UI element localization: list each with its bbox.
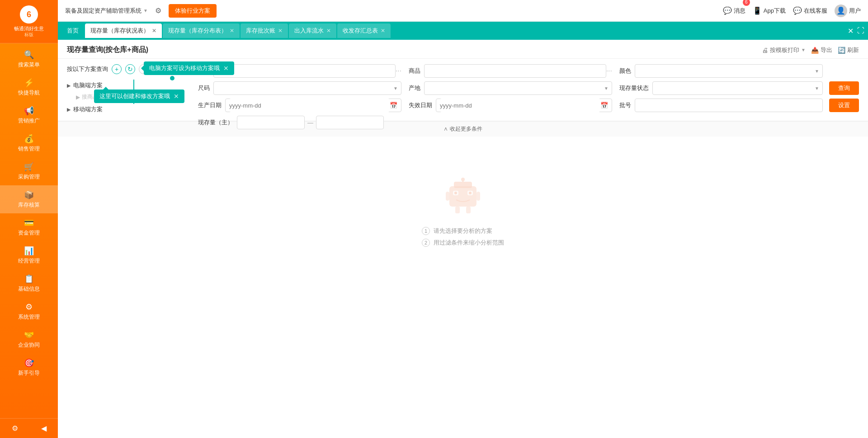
stock-status-select-wrapper: ▼ (652, 81, 823, 95)
sidebar-item-purchase-label: 采购管理 (18, 173, 40, 181)
warehouse-select[interactable] (213, 64, 396, 78)
origin-label: 产地 (409, 84, 420, 92)
tab-expand-icon[interactable]: ⛶ (857, 27, 864, 35)
product-label: 商品 (409, 67, 420, 75)
step-2-text: 用过滤条件来缩小分析范围 (434, 239, 504, 247)
sidebar-item-finance[interactable]: 💳 资金管理 (0, 213, 58, 241)
stock-quantity-min-input[interactable] (237, 116, 305, 129)
system-title-dropdown[interactable]: 装备及固定资产辅助管理系统 ▼ (65, 7, 148, 15)
tab-inventory-distribution-close-icon[interactable]: ✕ (230, 28, 234, 34)
user-action[interactable]: 👤 用户 (835, 5, 861, 17)
svg-rect-1 (454, 182, 472, 188)
sidebar-settings-button[interactable]: ⚙ (10, 422, 20, 434)
expiry-date-input[interactable] (440, 99, 600, 112)
tab-in-out-flow-close-icon[interactable]: ✕ (326, 28, 331, 34)
filter-fields-area: 仓库 ··· 商品 ··· (198, 64, 823, 133)
filter-expiry-date: 失效日期 📅 (409, 99, 612, 112)
filter-add-button[interactable]: + (112, 64, 122, 74)
sidebar-item-basic-info[interactable]: 📋 基础信息 (0, 269, 58, 297)
sidebar-item-inventory[interactable]: 📦 库存核算 (0, 185, 58, 213)
experience-button[interactable]: 体验行业方案 (169, 4, 217, 18)
search-reset-group: 查询 设置 (829, 81, 859, 112)
app-download-action[interactable]: 📱 App下载 (753, 6, 786, 15)
sidebar-item-search-menu[interactable]: 🔍 搜索菜单 (0, 45, 58, 73)
sidebar-item-operations[interactable]: 📊 经营管理 (0, 241, 58, 269)
production-date-input[interactable] (229, 99, 390, 112)
tab-receive-send-summary[interactable]: 收发存汇总表 ✕ (337, 24, 391, 38)
sidebar-item-purchase[interactable]: 🛒 采购管理 (0, 157, 58, 185)
sidebar-collapse-button[interactable]: ◀ (39, 422, 48, 434)
user-label: 用户 (849, 7, 861, 15)
mobile-plan-arrow-icon: ▶ (67, 107, 71, 113)
tab-receive-send-summary-close-icon[interactable]: ✕ (381, 28, 385, 34)
export-icon: 📤 (811, 47, 819, 54)
filter-row-3: 生产日期 📅 失效日期 📅 (198, 99, 823, 112)
tooltip-pc-plan-close-icon[interactable]: ✕ (223, 65, 229, 72)
batch-number-label: 批号 (619, 101, 631, 109)
expiry-date-label: 失效日期 (409, 101, 432, 109)
sidebar-item-marketing[interactable]: 📢 营销推广 (0, 101, 58, 129)
sidebar-item-operations-label: 经营管理 (18, 257, 40, 265)
export-label: 导出 (821, 46, 832, 54)
notification-action[interactable]: 💬 消息 6 (723, 6, 745, 15)
sidebar-item-finance-label: 资金管理 (18, 229, 40, 237)
origin-select[interactable] (424, 81, 612, 95)
filter-product: 商品 ··· (409, 64, 612, 78)
print-icon: 🖨 (762, 47, 768, 54)
tab-inventory-status[interactable]: 现存量（库存状况表） ✕ (85, 24, 162, 38)
tab-inventory-distribution[interactable]: 现存量（库存分布表） ✕ (163, 24, 240, 38)
filter-refresh-button[interactable]: ↻ (125, 64, 135, 74)
step-2-number: 2 (422, 239, 430, 247)
tooltip-create-plan-close-icon[interactable]: ✕ (174, 93, 179, 100)
size-label: 尺码 (198, 84, 210, 92)
sidebar-item-sales[interactable]: 💰 销售管理 (0, 129, 58, 157)
tab-close-all-icon[interactable]: ✕ (848, 27, 854, 35)
tab-in-out-flow[interactable]: 出入库流水 ✕ (289, 24, 336, 38)
basic-info-icon: 📋 (24, 274, 34, 284)
top-header: 装备及固定资产辅助管理系统 ▼ ⚙ 体验行业方案 💬 消息 6 📱 App下载 … (58, 0, 868, 22)
sidebar-item-guide[interactable]: 🎯 新手引导 (0, 353, 58, 381)
size-select[interactable] (213, 81, 401, 95)
sidebar-item-sales-label: 销售管理 (18, 145, 40, 153)
sidebar-item-enterprise[interactable]: 🤝 企业协同 (0, 325, 58, 353)
svg-rect-8 (446, 192, 449, 201)
print-action[interactable]: 🖨 按模板打印 ▼ (762, 46, 806, 54)
tab-batch-account-close-icon[interactable]: ✕ (278, 28, 283, 34)
sidebar-item-system-label: 系统管理 (18, 313, 40, 321)
sidebar-item-quick-nav[interactable]: ⚡ 快捷导航 (0, 73, 58, 101)
sidebar-item-enterprise-label: 企业协同 (18, 341, 40, 349)
color-chevron-icon: ▼ (815, 69, 819, 74)
tab-inventory-status-close-icon[interactable]: ✕ (152, 28, 156, 34)
enterprise-icon: 🤝 (24, 330, 34, 340)
sidebar-item-search-menu-label: 搜索菜单 (18, 61, 40, 69)
sidebar-item-system[interactable]: ⚙ 系统管理 (0, 297, 58, 325)
stock-quantity-label: 现存量（主） (198, 118, 233, 127)
filter-batch-number: 批号 (619, 99, 823, 112)
expiry-date-calendar-icon[interactable]: 📅 (600, 102, 608, 109)
mobile-plan-label: 移动端方案 (73, 105, 103, 113)
tab-home[interactable]: 首页 (61, 24, 84, 38)
search-button[interactable]: 查询 (829, 81, 859, 95)
tab-batch-account[interactable]: 库存批次账 ✕ (241, 24, 288, 38)
online-support-action[interactable]: 💬 在线客服 (793, 6, 827, 15)
production-date-calendar-icon[interactable]: 📅 (390, 102, 397, 109)
sidebar-item-basic-info-label: 基础信息 (18, 285, 40, 293)
refresh-action[interactable]: 🔄 刷新 (838, 46, 859, 54)
tooltip-pc-plan-text: 电脑方案可设为移动方案哦 (149, 64, 220, 72)
filter-row-4: 现存量（主） — (198, 116, 823, 129)
stock-status-select[interactable] (652, 81, 823, 95)
color-select[interactable] (635, 64, 823, 78)
header-settings-icon[interactable]: ⚙ (153, 5, 163, 17)
stock-quantity-max-input[interactable] (316, 116, 384, 129)
filter-stock-status: 现存量状态 ▼ (619, 81, 823, 95)
product-select[interactable] (424, 64, 606, 78)
sales-icon: 💰 (24, 134, 34, 144)
dot-indicator (170, 76, 175, 80)
app-download-label: App下载 (764, 7, 786, 15)
origin-chevron-icon: ▼ (604, 86, 609, 91)
system-icon: ⚙ (25, 302, 33, 312)
reset-button[interactable]: 设置 (829, 99, 859, 112)
guide-icon: 🎯 (24, 358, 34, 368)
export-action[interactable]: 📤 导出 (811, 46, 832, 54)
batch-number-input[interactable] (635, 99, 823, 112)
